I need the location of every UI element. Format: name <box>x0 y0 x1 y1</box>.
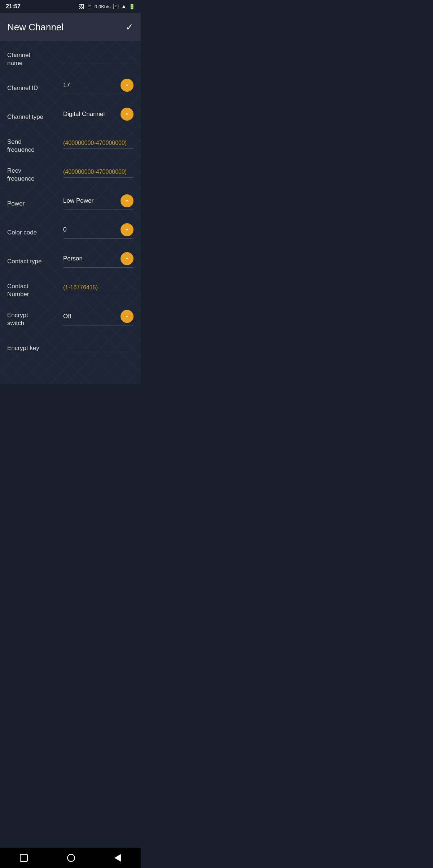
channel-id-dropdown[interactable] <box>121 79 134 92</box>
contact-type-field[interactable]: Person <box>63 252 134 271</box>
phone-status-icon: 📱 <box>86 4 92 9</box>
app-bar: New Channel ✓ <box>0 13 141 41</box>
channel-type-label: Channel type <box>7 113 63 121</box>
channel-name-row: Channelname <box>0 41 141 70</box>
contact-number-value: (1-16776415) <box>63 284 134 291</box>
power-value: Low Power <box>63 197 118 204</box>
channel-name-value <box>63 52 134 61</box>
send-frequence-label: Sendfrequence <box>7 138 63 154</box>
color-code-row: Color code 0 <box>0 215 141 243</box>
encrypt-switch-dropdown[interactable] <box>121 310 134 323</box>
channel-type-dropdown[interactable] <box>121 108 134 121</box>
recv-frequence-label: Recvfrequence <box>7 167 63 183</box>
color-code-field[interactable]: 0 <box>63 223 134 242</box>
form-content: Channelname Channel ID 17 Channel type D… <box>0 41 141 384</box>
page-title: New Channel <box>7 22 64 33</box>
channel-type-value: Digital Channel <box>63 111 118 118</box>
confirm-button[interactable]: ✓ <box>126 22 134 33</box>
channel-id-value: 17 <box>63 82 118 89</box>
wifi-icon: ▲ <box>121 3 127 10</box>
recv-frequence-field[interactable]: (400000000-470000000) <box>63 169 134 181</box>
encrypt-key-row: Encrypt key <box>0 330 141 359</box>
status-bar: 21:57 🖼 📱 0.0Kb/s 📳 ▲ 🔋 <box>0 0 141 13</box>
recv-frequence-value: (400000000-470000000) <box>63 169 134 175</box>
contact-type-row: Contact type Person <box>0 243 141 272</box>
encrypt-switch-row: Encryptswitch Off <box>0 301 141 330</box>
contact-type-label: Contact type <box>7 258 63 265</box>
encrypt-key-label: Encrypt key <box>7 344 63 352</box>
channel-name-label: Channelname <box>7 51 63 67</box>
power-label: Power <box>7 200 63 208</box>
channel-id-label: Channel ID <box>7 84 63 92</box>
power-dropdown[interactable] <box>121 194 134 207</box>
contact-number-field[interactable]: (1-16776415) <box>63 284 134 297</box>
channel-name-field[interactable] <box>63 52 134 67</box>
encrypt-switch-value: Off <box>63 313 118 320</box>
contact-type-dropdown[interactable] <box>121 252 134 265</box>
channel-type-field[interactable]: Digital Channel <box>63 108 134 127</box>
network-speed: 0.0Kb/s <box>95 4 110 9</box>
power-row: Power Low Power <box>0 186 141 215</box>
channel-id-field[interactable]: 17 <box>63 79 134 98</box>
status-time: 21:57 <box>6 3 21 10</box>
contact-type-value: Person <box>63 255 118 262</box>
encrypt-key-value <box>63 341 134 350</box>
battery-icon: 🔋 <box>129 4 135 9</box>
color-code-value: 0 <box>63 226 118 233</box>
channel-id-row: Channel ID 17 <box>0 70 141 99</box>
status-icons: 🖼 📱 0.0Kb/s 📳 ▲ 🔋 <box>79 3 135 10</box>
power-field[interactable]: Low Power <box>63 194 134 213</box>
color-code-dropdown[interactable] <box>121 223 134 236</box>
send-frequence-value: (400000000-470000000) <box>63 140 134 146</box>
channel-type-row: Channel type Digital Channel <box>0 99 141 128</box>
contact-number-row: ContactNumber (1-16776415) <box>0 272 141 301</box>
encrypt-key-field[interactable] <box>63 341 134 356</box>
encrypt-switch-label: Encryptswitch <box>7 311 63 327</box>
vibrate-icon: 📳 <box>113 4 119 9</box>
image-status-icon: 🖼 <box>79 4 84 9</box>
encrypt-switch-field[interactable]: Off <box>63 310 134 329</box>
contact-number-label: ContactNumber <box>7 282 63 298</box>
send-frequence-row: Sendfrequence (400000000-470000000) <box>0 128 141 157</box>
send-frequence-field[interactable]: (400000000-470000000) <box>63 140 134 152</box>
recv-frequence-row: Recvfrequence (400000000-470000000) <box>0 157 141 186</box>
color-code-label: Color code <box>7 229 63 237</box>
